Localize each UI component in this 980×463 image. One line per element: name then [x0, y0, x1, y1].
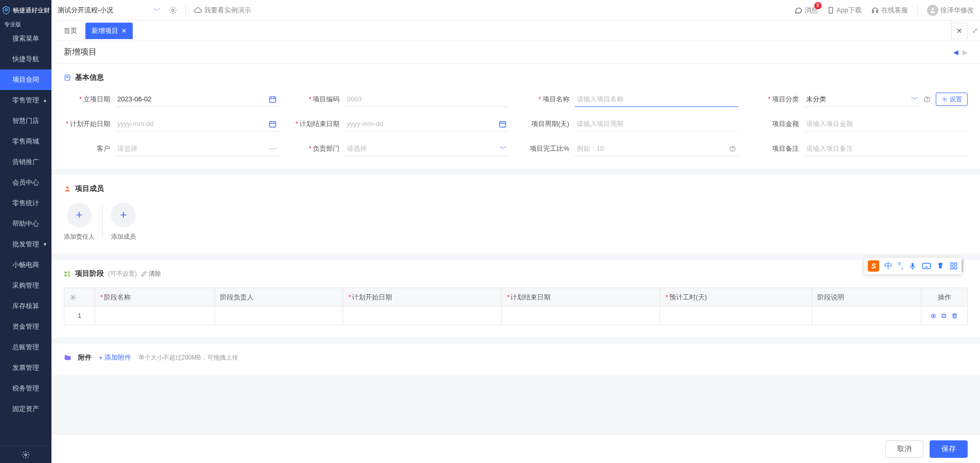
app-download[interactable]: App下载 [827, 6, 862, 15]
ime-toolbox-icon[interactable] [950, 262, 958, 270]
account-select[interactable]: 测试分开流程-小况 ﹀ [58, 3, 161, 17]
sidebar-item-8[interactable]: 零售统计 [0, 193, 51, 213]
sidebar-item-5[interactable]: 零售商城 [0, 131, 51, 152]
svg-rect-29 [68, 273, 70, 273]
ime-punct-icon[interactable]: °, [898, 261, 903, 271]
add-member-button[interactable]: + [111, 203, 136, 227]
sidebar-item-1[interactable]: 快捷导航 [0, 49, 51, 69]
clear-stages-button[interactable]: 清除 [141, 270, 161, 278]
prev-page-icon[interactable]: ◀ [953, 48, 958, 56]
brand-name: 畅捷通好业财 [13, 6, 50, 15]
stage-th-4: *计划结束日期 [502, 288, 660, 307]
messages[interactable]: 消息 8 [794, 6, 818, 15]
customer-select[interactable] [115, 141, 279, 156]
add-owner-label: 添加责任人 [64, 233, 95, 241]
account-settings-icon[interactable] [169, 6, 177, 14]
plan-start-input[interactable] [115, 116, 279, 132]
sidebar-item-13[interactable]: 库存核算 [0, 296, 51, 316]
sidebar-item-6[interactable]: 营销推广 [0, 152, 51, 172]
table-row[interactable]: 1⊕⧉🗑 [64, 307, 968, 325]
stage-cell[interactable] [215, 307, 343, 325]
sidebar-item-17[interactable]: 税务管理 [0, 378, 51, 399]
stage-cell[interactable] [343, 307, 502, 325]
eraser-icon [141, 271, 147, 277]
svg-rect-43 [951, 266, 953, 269]
tab-bar: 首页新增项目✕ ✕ ⤢ [51, 21, 980, 41]
user-menu[interactable]: 徐泽华修改 [927, 5, 974, 16]
demo-link[interactable]: 我要看实例演示 [194, 6, 251, 15]
chevron-down-icon[interactable]: ﹀ [500, 144, 507, 153]
calendar-icon[interactable] [269, 95, 277, 103]
category-select[interactable] [804, 92, 920, 107]
remark-input[interactable] [804, 141, 968, 156]
stage-cell[interactable] [812, 307, 921, 325]
add-owner-button[interactable]: + [67, 203, 92, 227]
sidebar-item-3[interactable]: 零售管理▲ [0, 90, 51, 111]
ime-toolbar[interactable]: S 中 °, [863, 257, 963, 275]
online-service[interactable]: 在线客服 [871, 6, 908, 15]
sidebar-settings[interactable] [0, 446, 51, 463]
stage-cell[interactable] [660, 307, 812, 325]
sidebar-item-11[interactable]: 小畅电商 [0, 255, 51, 275]
amount-input[interactable] [804, 116, 968, 132]
help-icon[interactable] [923, 96, 931, 103]
row-num: 1 [64, 307, 95, 325]
delete-row-icon[interactable]: 🗑 [951, 312, 958, 320]
ime-lang[interactable]: 中 [884, 261, 893, 272]
svg-rect-34 [912, 263, 914, 267]
gear-icon[interactable] [69, 294, 77, 301]
sidebar-item-0[interactable]: 搜索菜单 [0, 28, 51, 49]
name-input[interactable] [575, 92, 738, 107]
code-input[interactable] [345, 92, 508, 107]
calendar-icon[interactable] [498, 120, 507, 128]
copy-row-icon[interactable]: ⧉ [941, 312, 946, 320]
save-button[interactable]: 保存 [930, 440, 968, 458]
stages-hint: (可不设置) [108, 270, 137, 278]
sidebar-item-2[interactable]: 项目合同 [0, 69, 51, 90]
section-title-attach: 附件 [78, 353, 92, 362]
cancel-button[interactable]: 取消 [885, 440, 923, 458]
sidebar-item-15[interactable]: 总账管理 [0, 337, 51, 358]
sidebar-item-14[interactable]: 资金管理 [0, 316, 51, 337]
add-attachment-button[interactable]: + 添加附件 [99, 353, 131, 362]
add-row-icon[interactable]: ⊕ [931, 312, 936, 320]
close-icon[interactable]: ✕ [121, 27, 127, 34]
ime-mic-icon[interactable] [908, 262, 917, 270]
caret-icon: ▲ [43, 98, 47, 103]
ime-skin-icon[interactable] [936, 262, 945, 270]
plan-end-input[interactable] [345, 116, 508, 132]
stage-cell[interactable] [502, 307, 660, 325]
help-icon[interactable] [729, 145, 736, 152]
section-title-basic: 基本信息 [75, 73, 104, 82]
content-scroll[interactable]: 基本信息 *立项日期 *项目编码 [51, 64, 980, 434]
tab-1[interactable]: 新增项目✕ [85, 23, 133, 39]
close-tab-button[interactable]: ✕ [951, 23, 968, 39]
more-icon[interactable]: ⋯ [270, 145, 277, 153]
stages-card: 项目阶段 (可不设置) 清除 *阶段名称阶段负责人*计划开始日期*计划结束日期*… [51, 260, 980, 337]
svg-point-26 [66, 186, 69, 189]
sidebar: 畅捷通好业财 专业版 搜索菜单快捷导航项目合同零售管理▲智慧门店零售商城营销推广… [0, 0, 51, 463]
category-settings-button[interactable]: 设置 [936, 93, 968, 106]
stage-cell[interactable] [95, 307, 215, 325]
ime-keyboard-icon[interactable] [922, 262, 931, 270]
sidebar-item-18[interactable]: 固定资产 [0, 399, 51, 419]
sidebar-item-16[interactable]: 发票管理 [0, 358, 51, 378]
dept-select[interactable] [345, 141, 508, 156]
sidebar-item-7[interactable]: 会员中心 [0, 172, 51, 193]
period-input[interactable] [575, 116, 738, 132]
calendar-icon[interactable] [269, 120, 277, 128]
ime-resize-handle[interactable] [961, 260, 964, 272]
expand-icon[interactable]: ⤢ [970, 23, 980, 39]
chevron-down-icon[interactable]: ﹀ [911, 95, 918, 104]
sidebar-item-4[interactable]: 智慧门店 [0, 111, 51, 131]
date-set-input[interactable] [115, 92, 279, 107]
next-page-icon[interactable]: ▶ [963, 48, 968, 56]
sidebar-item-10[interactable]: 批发管理▼ [0, 234, 51, 255]
section-title-members: 项目成员 [75, 184, 104, 193]
sidebar-item-9[interactable]: 帮助中心 [0, 213, 51, 234]
svg-rect-9 [270, 97, 276, 102]
svg-rect-32 [68, 276, 70, 276]
sidebar-item-12[interactable]: 采购管理 [0, 275, 51, 296]
done-pct-input[interactable] [575, 141, 738, 156]
tab-0[interactable]: 首页 [58, 23, 83, 39]
